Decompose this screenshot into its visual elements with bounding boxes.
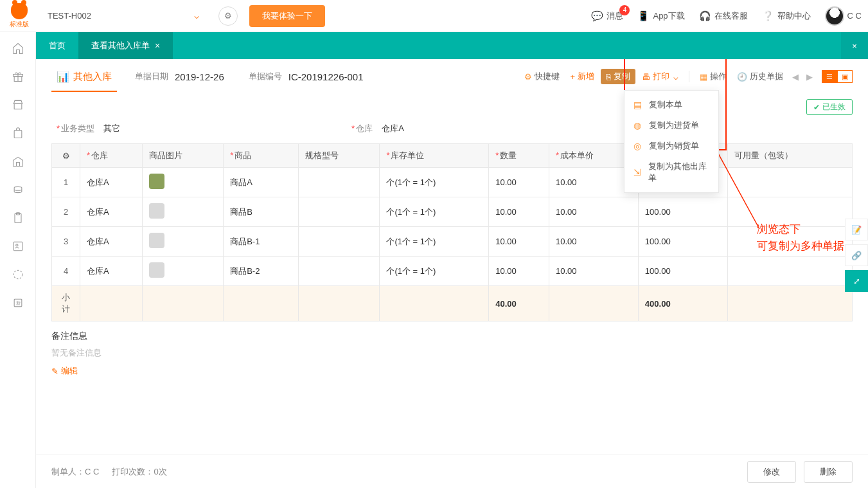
date-value: 2019-12-26 [175,71,224,82]
svg-rect-2 [14,104,22,109]
status-badge: ✔ 已生效 [806,99,853,115]
shortcut-button[interactable]: ⚙快捷键 [520,68,563,85]
headset-icon: 🎧 [699,10,711,22]
svg-rect-4 [16,163,19,167]
cell-spec [298,227,380,257]
sidebar-money[interactable] [11,183,25,197]
copy-to-purchase[interactable]: ◍复制为进货单 [624,115,718,136]
cell-image [142,168,224,197]
rail-expand-button[interactable]: ⤢ [845,270,868,292]
cell-image [142,227,224,257]
avatar [825,6,844,26]
view-list-button[interactable]: ☰ [822,70,837,83]
try-button[interactable]: 我要体验一下 [249,5,325,27]
messages-button[interactable]: 💬 消息 4 [591,10,623,22]
table-row[interactable]: 1仓库A商品A个(1个 = 1个)10.0010.00100.00 [52,168,853,197]
copy-this-doc[interactable]: ▤复制本单 [624,95,718,115]
col-spec: 规格型号 [298,144,380,168]
row-index: 3 [52,227,80,257]
history-icon: 🕘 [737,72,747,82]
cell-warehouse: 仓库A [80,168,143,197]
cell-product: 商品A [224,168,299,197]
subtotal-row: 小计40.00400.00 [52,286,853,321]
docno-value: IC-20191226-001 [288,71,364,82]
online-service-button[interactable]: 🎧 在线客服 [699,10,748,22]
sidebar-sync[interactable] [11,267,25,282]
next-button[interactable]: ▶ [804,72,815,82]
operations-button[interactable]: ▦操作 [696,68,731,85]
print-icon: 🖶 [642,72,650,82]
cell-qty: 10.00 [489,197,549,227]
help-icon: ❔ [762,10,774,22]
logo[interactable]: 标准版 [6,3,32,29]
sidebar-contact[interactable] [11,239,25,253]
view-card-button[interactable]: ▣ [837,70,853,83]
cell-qty: 10.00 [489,227,549,257]
chevron-down-icon: ⌵ [194,10,199,21]
user-menu[interactable]: C C [825,6,862,26]
tab-home[interactable]: 首页 [36,32,78,59]
biz-type-value: 其它 [103,123,120,134]
sidebar-clipboard[interactable] [11,211,25,225]
remark-empty: 暂无备注信息 [51,347,853,359]
edit-remark-button[interactable]: ✎ 编辑 [51,365,78,377]
print-button[interactable]: 🖶打印⌵ [638,68,682,85]
outbound-icon: ⇲ [633,167,643,177]
cell-price: 10.00 [549,227,639,257]
close-icon[interactable]: × [155,41,160,51]
cell-unit: 个(1个 = 1个) [380,227,489,257]
settings-gear-button[interactable]: ⚙ [218,6,238,26]
col-image: 商品图片 [142,144,224,168]
org-selector[interactable]: TEST-H002 ⌵ [40,3,207,29]
delete-button[interactable]: 删除 [804,461,853,483]
rail-note-button[interactable]: 📝 [845,219,868,240]
cell-warehouse: 仓库A [80,227,143,257]
tab-bar: 首页 查看其他入库单 × × [36,32,868,59]
cell-avail [727,197,852,227]
subtotal-qty: 40.00 [489,286,549,321]
divider [689,71,689,82]
cell-image [142,257,224,286]
sidebar-new[interactable]: 新 [11,296,25,310]
sidebar-store[interactable] [11,98,25,112]
sidebar-home[interactable] [11,41,25,55]
copy-button[interactable]: ⎘复制 [601,69,635,84]
sales-icon: ◎ [633,141,644,151]
cell-qty: 10.00 [489,168,549,197]
product-image [149,174,164,189]
table-row[interactable]: 3仓库A商品B-1个(1个 = 1个)10.0010.00100.00 [52,227,853,257]
close-all-tabs[interactable]: × [841,32,868,59]
row-index: 4 [52,257,80,286]
logo-text: 标准版 [10,20,29,29]
table-row[interactable]: 2仓库A商品B个(1个 = 1个)10.0010.00100.00 [52,197,853,227]
help-center-button[interactable]: ❔ 帮助中心 [762,10,811,22]
copy-to-other-out[interactable]: ⇲复制为其他出库单 [624,156,718,188]
svg-text:新: 新 [15,301,20,305]
table-row[interactable]: 4仓库A商品B-2个(1个 = 1个)10.0010.00100.00 [52,257,853,286]
tab-current[interactable]: 查看其他入库单 × [78,32,173,59]
copy-icon: ⎘ [606,72,611,82]
sidebar-gift[interactable] [11,69,25,84]
phone-icon: 📱 [637,10,650,22]
sidebar-warehouse[interactable] [11,154,25,168]
new-button[interactable]: +新增 [566,68,598,85]
sidebar-bag[interactable] [11,126,25,140]
cell-price: 10.00 [549,257,639,286]
rail-link-button[interactable]: 🔗 [845,244,868,266]
subtotal-label: 小计 [52,286,80,321]
inbound-icon: 📊 [57,71,69,83]
warehouse-label: *仓库 [351,123,373,134]
copy-to-sales[interactable]: ◎复制为销货单 [624,136,718,156]
svg-point-8 [15,244,17,246]
cell-qty: 10.00 [489,257,549,286]
remark-title: 备注信息 [51,330,853,342]
modify-button[interactable]: 修改 [747,461,796,483]
chevron-down-icon: ⌵ [673,72,678,82]
history-button[interactable]: 🕘历史单据 [733,68,787,85]
row-index: 2 [52,197,80,227]
panel-tab-other-in[interactable]: 📊 其他入库 [51,62,117,92]
copy-dropdown: ▤复制本单 ◍复制为进货单 ◎复制为销货单 ⇲复制为其他出库单 [624,90,719,193]
col-settings[interactable]: ⚙ [52,144,80,168]
app-download-button[interactable]: 📱 App下载 [637,10,684,22]
prev-button[interactable]: ◀ [790,72,801,82]
